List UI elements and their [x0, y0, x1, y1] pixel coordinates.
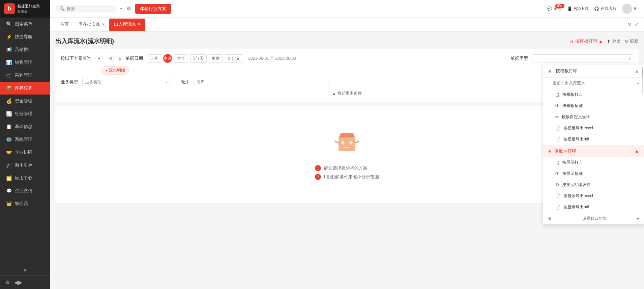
sidebar-item-purchase[interactable]: 🛒采购管理 — [0, 69, 50, 82]
sidebar-item-shortcut[interactable]: ⚡快捷导航 — [0, 30, 50, 43]
warehouse-more-icon[interactable]: ··· — [328, 79, 333, 85]
sidebar-item-label: 经营管理 — [15, 111, 32, 117]
headset-icon: 🎧 — [594, 6, 599, 11]
date-custom-btn[interactable]: 自定义 — [225, 54, 243, 63]
dp-excel-icon: 📄 — [555, 126, 561, 131]
sidebar-item-member[interactable]: 👑畅会员 — [0, 197, 50, 210]
dp-header-chevron[interactable]: ▲ — [635, 69, 639, 74]
business-type-label: 业务类型 — [61, 79, 78, 85]
dp-section-chevron[interactable]: ▲ — [635, 149, 639, 154]
dp-footer[interactable]: ⚙ 设置默认功能 ▾ — [543, 213, 644, 224]
filter-add-btn[interactable]: + — [95, 55, 103, 62]
collapse-up-icon: ▲ — [332, 91, 336, 96]
refresh-label: 刷新 — [630, 38, 639, 44]
date-7days-btn[interactable]: 近7天 — [190, 54, 207, 63]
doc-type-label: 单据类型 — [510, 55, 528, 61]
app-download-btn[interactable]: 📱 App下载 — [567, 6, 589, 11]
sidebar-item-guide[interactable]: 🎓新手引导 — [0, 159, 50, 172]
tab-batch[interactable]: 库存批次账 × — [74, 19, 109, 31]
sidebar-item-cooperation[interactable]: 🤝企业协同 — [0, 146, 50, 159]
date-more-btn[interactable]: 更多 — [209, 54, 223, 63]
dp-item-design-template[interactable]: ✏ 模板自定义设计 — [543, 111, 644, 123]
apps-icon: 🗂️ — [5, 175, 12, 181]
sidebar-item-label: 快捷导航 — [15, 34, 32, 40]
sidebar-item-marketing[interactable]: 📢营销推广 — [0, 43, 50, 56]
dp-item-preview-display[interactable]: 👁 按显示预览 — [543, 168, 644, 179]
sidebar-item-sales[interactable]: 📊销售管理 — [0, 56, 50, 69]
dp-item-export-pdf-template[interactable]: 📄 按模板导出pdf — [543, 134, 644, 145]
filter-tag-flow[interactable]: ● 流水明细 — [102, 66, 129, 75]
tab-flow[interactable]: 出入库流水 × — [109, 19, 145, 31]
messages-badge: 99+ — [555, 4, 564, 8]
sidebar-item-search[interactable]: 🔍搜索菜单 — [0, 18, 50, 30]
sidebar-item-apps[interactable]: 🗂️应用中心 — [0, 172, 50, 184]
date-field-label: 单据日期 — [125, 55, 143, 61]
topbar-gear-icon[interactable]: ⚙ — [126, 5, 131, 12]
sidebar-item-label: 基础信息 — [15, 124, 32, 130]
sidebar-item-inventory[interactable]: 📦库存核算 — [0, 82, 50, 95]
date-this-year-btn[interactable]: 本年 — [174, 54, 188, 63]
sidebar-item-wechat[interactable]: 💬企业微信 — [0, 184, 50, 197]
main-area: 🔍 ▾ ⚙ 体验行业方案 💬 消息 99+ 📱 App下载 🎧 在线客服 Rit — [50, 0, 644, 289]
finance-icon: 💰 — [5, 98, 12, 104]
dp-item-export-pdf-display[interactable]: 📄 按显示导出pdf — [543, 202, 644, 213]
step-1-text: 请先选择要分析的方案 — [324, 165, 368, 171]
doc-type-select[interactable] — [532, 54, 633, 62]
tab-batch-close[interactable]: × — [102, 22, 105, 27]
settings-icon[interactable]: ⚙ — [5, 279, 10, 286]
trial-btn[interactable]: 体验行业方案 — [135, 4, 171, 14]
filter-collapse-icon[interactable]: « — [118, 55, 121, 61]
sidebar-item-basic[interactable]: 📋基础信息 — [0, 120, 50, 133]
filter-settings-btn[interactable]: ⚙ — [107, 55, 114, 62]
sidebar-item-finance[interactable]: 💰资金管理 — [0, 95, 50, 107]
search-icon: 🔍 — [59, 6, 65, 11]
online-service-btn[interactable]: 🎧 在线客服 — [594, 6, 617, 11]
dp-section-display[interactable]: 🖨 按显示打印 ▲ — [543, 145, 644, 157]
dp-item-print-display[interactable]: 🖨 按显示打印 — [543, 157, 644, 168]
tab-home[interactable]: 首页 — [55, 19, 74, 31]
date-this-month-btn[interactable]: 本月 — [163, 54, 172, 63]
collapse-sidebar-icon[interactable]: ◀▶ — [14, 279, 22, 286]
close-window-btn[interactable]: ✕ — [627, 21, 632, 28]
empty-step-1: 1 请先选择要分析的方案 — [315, 165, 379, 171]
sidebar-scroll-down[interactable]: ▾ — [0, 265, 50, 275]
export-btn[interactable]: ⬆ 导出 — [607, 38, 621, 44]
dp-item-export-excel-template[interactable]: 📄 按模板导出excel — [543, 123, 644, 134]
tab-flow-close[interactable]: × — [138, 22, 140, 27]
dp-item-print-template[interactable]: 🖨 按模板打印 — [543, 89, 644, 100]
dp-scrollbar[interactable] — [642, 67, 643, 94]
wechat-icon: 💬 — [5, 188, 12, 193]
warehouse-input[interactable] — [194, 78, 328, 86]
date-range-text: 2023-06-01 至 2023-06-30 — [248, 56, 296, 61]
tab-flow-label: 出入库流水 — [114, 21, 136, 27]
refresh-icon: ↻ — [625, 39, 628, 44]
business-type-input[interactable] — [82, 78, 170, 86]
user-avatar-btn[interactable]: Rit — [622, 4, 639, 14]
print-template-btn[interactable]: 🖨 按模板打印 ▲ — [569, 38, 603, 44]
sidebar-item-system[interactable]: ⚙️系统管理 — [0, 133, 50, 146]
refresh-btn[interactable]: ↻ 刷新 — [625, 38, 639, 44]
business-type-wrap: ▾ — [82, 78, 170, 86]
svg-point-3 — [349, 141, 353, 144]
search-input[interactable] — [67, 6, 107, 11]
date-last-month-btn[interactable]: 上月 — [147, 54, 161, 63]
sales-icon: 📊 — [5, 60, 12, 65]
print-dropdown-chevron[interactable]: ▲ — [598, 39, 603, 44]
search-dropdown-icon[interactable]: ▾ — [120, 6, 122, 11]
tab-home-label: 首页 — [60, 21, 69, 27]
dp-item-preview-template[interactable]: 👁 按模板预览 — [543, 100, 644, 111]
filter-tag-label: 流水明细 — [109, 68, 125, 73]
inventory-icon: 📦 — [5, 85, 12, 91]
dp-current-chevron[interactable]: ▾ — [637, 81, 639, 86]
sidebar-item-operations[interactable]: 📈经营管理 — [0, 107, 50, 120]
dp-footer-label: 设置默认功能 — [582, 216, 607, 221]
dp-item-print-settings-display[interactable]: ⚙ 按显示打印设置 — [543, 179, 644, 190]
settings-small-icon: ⚙ — [109, 56, 113, 61]
messages-btn[interactable]: 💬 消息 99+ — [547, 6, 562, 11]
doc-type-select-wrap: ▾ — [532, 54, 633, 62]
step-2-text: 用[过滤]条件来缩小分析范围 — [324, 174, 379, 180]
dp-item-export-excel-display[interactable]: 📄 按显示导出excel — [543, 190, 644, 202]
maximize-window-btn[interactable]: ⤢ — [634, 21, 639, 28]
plus-icon: + — [98, 56, 100, 61]
sidebar-item-label: 应用中心 — [15, 175, 32, 181]
